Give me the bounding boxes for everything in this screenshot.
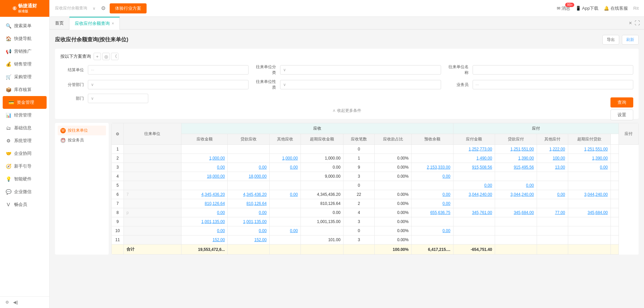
tab-close-icon[interactable]: ×: [112, 21, 114, 26]
row-yf-other[interactable]: 77.00: [537, 208, 568, 217]
sidebar-item-system[interactable]: ⚙系统管理: [0, 134, 49, 147]
sidebar-item-inventory[interactable]: 📦库存核算: [0, 83, 49, 96]
tab-query[interactable]: 应收应付余额查询 ×: [69, 17, 120, 30]
row-yf-amount[interactable]: 3,044,240.00: [453, 190, 495, 199]
window-close-icon[interactable]: ×: [629, 20, 632, 26]
sidebar-item-marketing[interactable]: 📢营销推广: [0, 45, 49, 58]
sidebar-item-capital[interactable]: 💳资金管理: [3, 96, 47, 109]
sidebar-item-cooperation[interactable]: 🤝企业协同: [0, 147, 49, 160]
export-btn[interactable]: 导出: [602, 35, 619, 45]
row-ys-prepay[interactable]: 0.00: [412, 199, 453, 208]
row-yf-overdue[interactable]: 345,684.00: [568, 208, 610, 217]
sidebar-item-purchase[interactable]: 🛒采购管理: [0, 71, 49, 83]
row-yf-amount[interactable]: 345,761.00: [453, 208, 495, 217]
row-ys-other[interactable]: 0.00: [269, 190, 301, 199]
sidebar-item-vip[interactable]: V畅会员: [0, 198, 49, 211]
row-ys-dk[interactable]: 4,345,436.20: [228, 190, 270, 199]
row-ys-amount[interactable]: 0.00: [181, 226, 228, 235]
row-ys-dk[interactable]: 0.00: [228, 226, 270, 235]
table-scroll[interactable]: ⚙ 往来单位 应收 应付 应付 应收金额 贷款应收 其他应收 超期应收金额 应收…: [111, 123, 639, 255]
input-jiesuan[interactable]: ···: [88, 65, 249, 75]
sidebar-footer[interactable]: ⚙ ◀‖: [0, 296, 49, 308]
row-ys-dk[interactable]: 810,126.64: [228, 199, 270, 208]
sidebar-item-hardware[interactable]: 💡智能硬件: [0, 173, 49, 185]
row-yf-dk: [495, 217, 537, 226]
input-wanglai-name[interactable]: [473, 65, 633, 75]
row-ys-other[interactable]: 0.00: [269, 163, 301, 172]
table-body: 1 0 1,252,773.00 1,251,551.00 1,222.00 1…: [112, 145, 639, 245]
topbar-gear-icon[interactable]: ⚙: [101, 5, 106, 11]
row-yf-overdue[interactable]: 1,390.00: [568, 154, 610, 163]
row-ys-dk[interactable]: 18,000.00: [228, 172, 270, 181]
row-yf-dk[interactable]: 1,251,551.00: [495, 145, 537, 154]
row-yf-other[interactable]: 100.00: [537, 154, 568, 163]
input-wanglai-fenlei[interactable]: ∨: [280, 65, 441, 75]
sidebar-item-quick-nav[interactable]: 🏠快捷导航: [0, 32, 49, 45]
sidebar-item-search[interactable]: 🔍搜索菜单: [0, 19, 49, 32]
row-yf-other[interactable]: 1,222.00: [537, 145, 568, 154]
input-bumen[interactable]: ∨: [88, 94, 148, 103]
row-ys-prepay[interactable]: 655,636.75: [412, 208, 453, 217]
sidebar-item-business[interactable]: 📊经营管理: [0, 109, 49, 122]
query-by-staff[interactable]: ⏰ 按业务员: [58, 135, 106, 145]
row-yf-overdue[interactable]: 3,044,240.00: [568, 190, 610, 199]
collapse-icon[interactable]: ◀‖: [13, 300, 18, 305]
fullscreen-icon[interactable]: ⛶: [635, 20, 640, 26]
row-yf-dk[interactable]: 0.00: [495, 181, 537, 190]
app-download-btn[interactable]: 📱 App下载: [576, 5, 598, 11]
input-fenguan[interactable]: ∨: [88, 80, 249, 89]
row-ys-dk[interactable]: 1,001,135.00: [228, 217, 270, 226]
col-settings[interactable]: ⚙: [112, 123, 124, 145]
row-yf-dk[interactable]: 345,684.00: [495, 208, 537, 217]
row-yf-dk[interactable]: 915,495.56: [495, 163, 537, 172]
settings-icon[interactable]: ⚙: [5, 300, 9, 305]
row-ys-amount[interactable]: 0.00: [181, 163, 228, 172]
row-yf-amount[interactable]: 1,252,773.00: [453, 145, 495, 154]
collapse-filter-btn[interactable]: 《: [111, 53, 118, 60]
collapse-more-btn[interactable]: ∧ 收起更多条件: [60, 106, 633, 115]
row-ys-amount[interactable]: 1,001,135.00: [181, 217, 228, 226]
setting-btn[interactable]: 设置: [610, 109, 633, 120]
row-yf-dk[interactable]: 1,390.00: [495, 154, 537, 163]
query-by-unit[interactable]: W 按往来单位: [58, 126, 106, 135]
user-avatar[interactable]: Rit: [633, 6, 639, 11]
query-panel: W 按往来单位 ⏰ 按业务员: [55, 123, 109, 255]
row-ys-dk[interactable]: 0.00: [228, 208, 270, 217]
row-ys-prepay[interactable]: 0.00: [412, 172, 453, 181]
row-yf-overdue[interactable]: 1,251,551.00: [568, 145, 610, 154]
row-yf-other[interactable]: 13.00: [537, 163, 568, 172]
online-service-btn[interactable]: 🔔 在线客服: [604, 5, 628, 11]
add-filter-btn[interactable]: +: [94, 53, 101, 60]
sidebar-item-basic[interactable]: 🗂基础信息: [0, 122, 49, 134]
sidebar-item-sales[interactable]: 💰销售管理: [0, 58, 49, 71]
message-btn[interactable]: ✉ 消息 99+: [557, 5, 571, 11]
row-yf-amount[interactable]: 915,508.56: [453, 163, 495, 172]
row-yf-amount[interactable]: 0.00: [453, 181, 495, 190]
row-ys-amount[interactable]: 810,126.64: [181, 199, 228, 208]
input-yewuyuan[interactable]: ···: [473, 80, 633, 89]
sidebar-item-wechat[interactable]: 💬企业微信: [0, 185, 49, 198]
row-yf-dk[interactable]: 3,044,240.00: [495, 190, 537, 199]
refresh-btn[interactable]: 刷新: [622, 35, 639, 45]
row-ys-amount[interactable]: 1,000.00: [181, 154, 228, 163]
row-ys-amount[interactable]: 0.00: [181, 208, 228, 217]
row-yf-overdue[interactable]: 0.00: [568, 163, 610, 172]
row-ys-dk[interactable]: 152.00: [228, 235, 270, 245]
industry-btn[interactable]: 体验行业方案: [110, 3, 147, 13]
row-ys-other[interactable]: 0.00: [269, 226, 301, 235]
row-ys-amount[interactable]: 4,345,436.20: [181, 190, 228, 199]
tab-home[interactable]: 首页: [50, 17, 69, 30]
input-wanglai-xingzhi[interactable]: ∨: [280, 80, 441, 89]
row-ys-prepay[interactable]: 0.00: [412, 226, 453, 235]
row-yf-amount[interactable]: 1,490.00: [453, 154, 495, 163]
query-btn[interactable]: 查询: [610, 97, 633, 107]
row-ys-amount[interactable]: 18,000.00: [181, 172, 228, 181]
row-ys-prepay[interactable]: 2,153,333.00: [412, 163, 453, 172]
sidebar-item-guide[interactable]: 🧭新手引导: [0, 160, 49, 173]
row-ys-other[interactable]: 1,000.00: [269, 154, 301, 163]
row-ys-amount[interactable]: 152.00: [181, 235, 228, 245]
target-icon-btn[interactable]: ◎: [102, 53, 110, 60]
row-ys-dk[interactable]: 0.00: [228, 163, 270, 172]
row-ys-prepay[interactable]: 0.00: [412, 190, 453, 199]
row-yf-other[interactable]: 0.00: [537, 190, 568, 199]
